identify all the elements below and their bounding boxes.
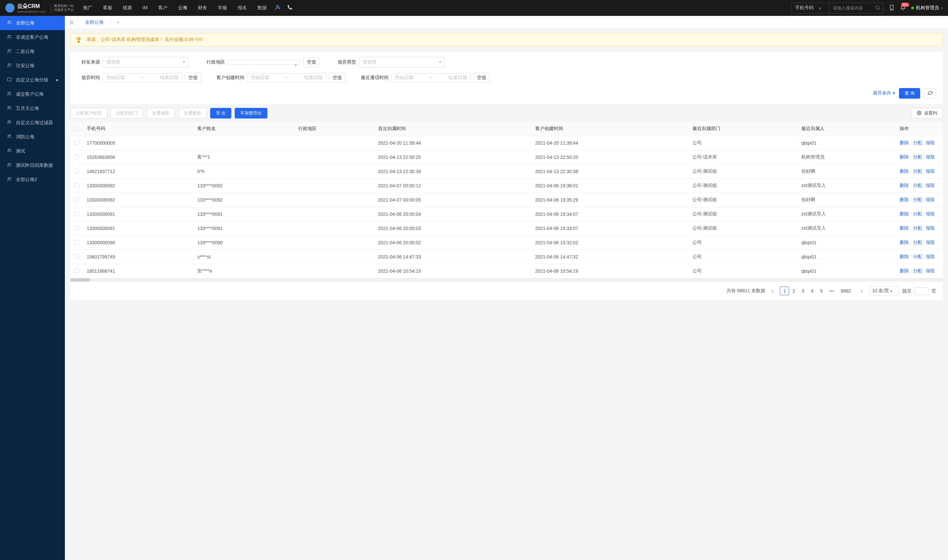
nav-item[interactable]: 数据 [256,5,268,11]
nav-item[interactable]: 公海 [177,5,189,11]
search-button[interactable] [873,3,883,13]
table-row[interactable]: 15263663656客***12021-04-13 22:50:202021-… [70,150,943,165]
sidebar-item[interactable]: 自定义公海分组▾ [0,73,65,87]
table-row[interactable]: 13300000090133****00902021-04-06 20:00:0… [70,235,943,250]
row-assign-link[interactable]: 分配 [913,140,922,145]
row-checkbox[interactable] [74,211,79,216]
horizontal-scrollbar[interactable] [70,278,943,282]
page-last[interactable]: 6882 [837,287,854,295]
page-number[interactable]: 2 [789,287,799,295]
filter-recent-call-empty[interactable]: 空值 [473,73,490,83]
row-checkbox[interactable] [74,169,79,174]
sidebar-item[interactable]: 五月天公海 [0,101,65,115]
row-claim-link[interactable]: 领取 [926,211,935,217]
row-claim-link[interactable]: 领取 [926,154,935,160]
nav-item[interactable]: 推广 [82,5,94,11]
row-checkbox[interactable] [74,155,79,159]
row-assign-link[interactable]: 分配 [913,225,922,231]
sidebar-item[interactable]: 测试昨日回库数据 [0,158,65,172]
row-claim-link[interactable]: 领取 [926,254,935,259]
filter-create-time-empty[interactable]: 空值 [329,73,346,83]
row-checkbox[interactable] [74,240,79,245]
nav-item[interactable]: 客户 [157,5,169,11]
sidebar-item[interactable]: 成交客户公海 [0,87,65,101]
row-delete-link[interactable]: 删除 [900,211,909,217]
page-number[interactable]: 5 [817,287,826,295]
filter-create-time-range[interactable]: 开始日期~结束日期 [247,73,326,82]
row-assign-link[interactable]: 分配 [913,197,922,202]
nav-item[interactable]: 财务 [197,5,209,11]
export-button[interactable]: 导 出 [210,108,231,118]
table-row[interactable]: 13300000091133****00912021-04-06 20:00:0… [70,222,943,235]
nav-item[interactable]: 客服 [102,5,114,11]
filter-source-select[interactable]: 请选择 [103,57,189,68]
batch-delete-button[interactable]: 批量删除 [179,108,207,118]
page-size-select[interactable]: 10 条/页 ▾ [869,286,899,295]
tab-all-public[interactable]: 全部公海 [78,16,111,29]
assign-manager-button[interactable]: 分配客户经理 [70,108,107,118]
row-delete-link[interactable]: 删除 [900,268,909,273]
refresh-button[interactable] [924,88,936,98]
mobile-icon[interactable] [889,5,895,12]
table-row[interactable]: 18511888741安****a2021-04-06 10:54:192021… [70,264,943,278]
filter-region-select[interactable] [228,60,300,65]
search-input[interactable] [830,4,873,12]
logo[interactable]: 云朵CRM www.yunduocrm.com 教育机构一站 式服务云平台 [5,3,74,13]
table-row[interactable]: 14621837712h*h2021-04-13 22:30:392021-04… [70,165,943,179]
user-menu[interactable]: 机构管理员 ▾ [911,5,943,11]
row-assign-link[interactable]: 分配 [913,268,922,273]
sidebar-item[interactable]: 非成交客户公海 [0,30,65,45]
row-claim-link[interactable]: 领取 [926,225,935,231]
row-assign-link[interactable]: 分配 [913,240,922,245]
sidebar-item[interactable]: 消防公海 [0,130,65,144]
sidebar-item[interactable]: 全部公海 [0,16,65,30]
add-user-icon[interactable] [275,4,282,12]
row-assign-link[interactable]: 分配 [913,183,922,188]
row-claim-link[interactable]: 领取 [926,268,935,273]
nav-item[interactable]: 线索 [122,5,133,11]
row-delete-link[interactable]: 删除 [900,168,909,174]
assign-dept-button[interactable]: 分配到部门 [111,108,143,118]
notification-icon[interactable]: 99+ [900,5,906,12]
sidebar-item[interactable]: 自定义公海过滤器 [0,115,65,130]
table-row[interactable]: 177000000092021-04-20 11:39:442021-04-20… [70,136,943,150]
row-claim-link[interactable]: 领取 [926,240,935,245]
row-delete-link[interactable]: 删除 [900,240,909,245]
row-checkbox[interactable] [74,197,79,202]
sidebar-item[interactable]: 全部公海2 [0,172,65,187]
batch-claim-button[interactable]: 批量领取 [147,108,175,118]
sidebar-item[interactable]: 测试 [0,144,65,158]
row-delete-link[interactable]: 删除 [900,254,909,259]
row-assign-link[interactable]: 分配 [913,168,922,174]
tab-add-button[interactable]: ＋ [111,20,126,26]
filter-region-empty-btn[interactable]: 空值 [303,57,320,67]
row-checkbox[interactable] [74,140,79,145]
table-row[interactable]: 13300000092133****00922021-04-07 00:00:0… [70,193,943,207]
page-next[interactable]: › [858,287,866,295]
phone-icon[interactable] [287,5,292,12]
table-row[interactable]: 15601799749s****st2021-04-06 14:47:33202… [70,250,943,264]
scrollbar-thumb[interactable] [70,278,90,282]
row-delete-link[interactable]: 删除 [900,154,909,160]
sidebar-item[interactable]: 二咨公海 [0,45,65,58]
row-checkbox[interactable] [74,268,79,273]
filter-abandon-type-select[interactable]: 请选择 [359,57,445,68]
table-row[interactable]: 13300000092133****00922021-04-07 00:00:1… [70,179,943,193]
query-button[interactable]: 查 询 [899,88,920,98]
page-prev[interactable]: ‹ [769,287,777,295]
row-delete-link[interactable]: 删除 [900,183,909,188]
row-assign-link[interactable]: 分配 [913,254,922,259]
table-row[interactable]: 13300000091133****00912021-04-06 20:00:0… [70,207,943,222]
tabs-collapse-icon[interactable] [65,16,78,29]
row-claim-link[interactable]: 领取 [926,140,935,145]
row-checkbox[interactable] [74,226,79,230]
sidebar-item[interactable]: 注安公海 [0,58,65,73]
row-checkbox[interactable] [74,183,79,188]
page-number[interactable]: 1 [780,287,789,295]
nav-item[interactable]: 报名 [236,5,248,11]
row-claim-link[interactable]: 领取 [926,183,935,188]
row-checkbox[interactable] [74,254,79,259]
row-assign-link[interactable]: 分配 [913,154,922,160]
export-plain-button[interactable]: 不加密导出 [235,108,268,118]
row-delete-link[interactable]: 删除 [900,140,909,145]
